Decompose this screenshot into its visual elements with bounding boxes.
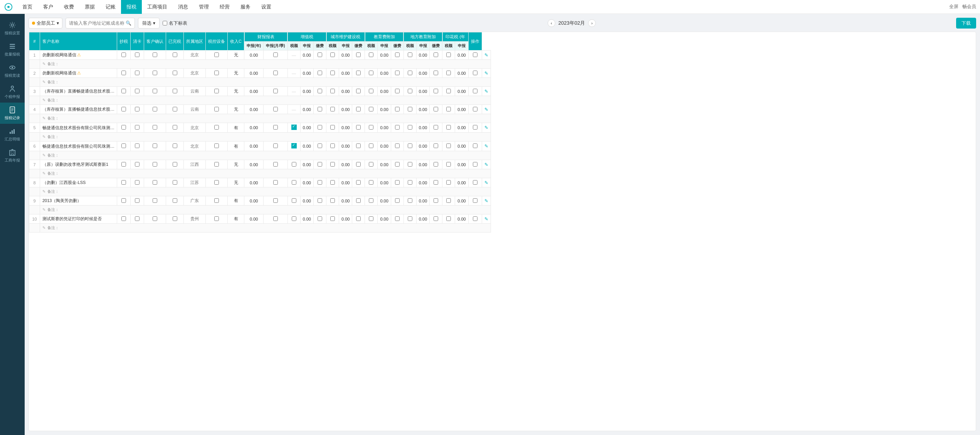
row-checkbox[interactable] <box>121 180 126 185</box>
row-checkbox[interactable] <box>330 143 335 148</box>
fullscreen-btn[interactable]: 全屏 <box>949 3 958 10</box>
row-checkbox[interactable] <box>318 52 322 57</box>
chaoshu-cell[interactable] <box>117 178 131 187</box>
row-checkbox[interactable] <box>395 52 400 57</box>
row-checkbox[interactable] <box>408 125 412 130</box>
paid-cell[interactable] <box>166 178 184 187</box>
confirm-cell[interactable] <box>144 123 166 133</box>
vat-pay-cell[interactable] <box>326 178 339 187</box>
row-checkbox[interactable] <box>153 107 157 111</box>
chaoshu-cell[interactable] <box>117 123 131 133</box>
row-checkbox[interactable] <box>446 198 451 203</box>
confirm-cell[interactable] <box>144 196 166 206</box>
row-checkbox[interactable] <box>318 143 322 148</box>
row-checkbox[interactable] <box>473 52 477 57</box>
row-checkbox[interactable] <box>330 52 335 57</box>
edu-report-cell[interactable] <box>391 69 403 78</box>
row-checkbox[interactable] <box>356 125 361 130</box>
row-checkbox[interactable] <box>473 125 477 130</box>
row-checkbox[interactable] <box>153 198 157 203</box>
nav-customer[interactable]: 客户 <box>38 0 59 14</box>
city-pay-cell[interactable] <box>365 105 378 114</box>
row-checkbox[interactable] <box>473 71 477 75</box>
row-checkbox[interactable] <box>273 162 278 167</box>
action-cell[interactable]: ✎ <box>482 51 491 60</box>
row-checkbox[interactable] <box>318 89 322 93</box>
month-report-cell[interactable] <box>287 178 300 187</box>
stamp-report-cell[interactable] <box>468 196 482 206</box>
edu-report-cell[interactable] <box>391 142 403 151</box>
row-checkbox[interactable] <box>273 198 278 203</box>
localedu-report-cell[interactable] <box>430 214 442 224</box>
row-checkbox[interactable] <box>446 52 451 57</box>
row-checkbox[interactable] <box>369 125 373 130</box>
row-checkbox[interactable] <box>214 107 219 111</box>
edu-pay-cell[interactable] <box>403 69 416 78</box>
localedu-report-cell[interactable] <box>430 160 442 169</box>
row-checkbox[interactable] <box>273 107 278 111</box>
edu-pay-cell[interactable] <box>403 214 416 224</box>
qingka-cell[interactable] <box>131 123 144 133</box>
qingka-cell[interactable] <box>131 196 144 206</box>
row-checkbox[interactable] <box>121 52 126 57</box>
action-cell[interactable]: ✎ <box>482 69 491 78</box>
row-checkbox[interactable] <box>369 143 373 148</box>
row-checkbox[interactable] <box>153 180 157 185</box>
stamp-report-cell[interactable] <box>468 142 482 151</box>
stamp-report-cell[interactable] <box>468 214 482 224</box>
paid-cell[interactable] <box>166 142 184 151</box>
row-checkbox[interactable] <box>318 216 322 221</box>
vat-pay-cell[interactable] <box>326 214 339 224</box>
row-checkbox[interactable] <box>273 180 278 185</box>
city-pay-cell[interactable] <box>365 142 378 151</box>
row-checkbox[interactable] <box>330 198 335 203</box>
edit-icon[interactable]: ✎ <box>484 180 488 185</box>
row-checkbox[interactable] <box>121 198 126 203</box>
year-report-cell[interactable] <box>264 142 287 151</box>
row-checkbox[interactable] <box>330 89 335 93</box>
row-checkbox[interactable] <box>292 162 296 167</box>
row-checkbox[interactable] <box>356 162 361 167</box>
row-checkbox[interactable] <box>135 125 140 130</box>
localedu-report-cell[interactable] <box>430 51 442 60</box>
row-checkbox[interactable] <box>273 216 278 221</box>
row-checkbox[interactable] <box>273 89 278 93</box>
search-box[interactable]: 🔍 <box>66 18 135 29</box>
row-checkbox[interactable] <box>153 143 157 148</box>
row-checkbox[interactable] <box>173 216 177 221</box>
year-report-cell[interactable] <box>264 69 287 78</box>
row-checkbox[interactable] <box>408 143 412 148</box>
edu-pay-cell[interactable] <box>403 160 416 169</box>
confirm-cell[interactable] <box>144 178 166 187</box>
row-checkbox[interactable] <box>273 71 278 75</box>
device-cell[interactable] <box>206 142 228 151</box>
city-report-cell[interactable] <box>352 214 365 224</box>
localedu-pay-cell[interactable] <box>442 178 455 187</box>
localedu-report-cell[interactable] <box>430 196 442 206</box>
vat-pay-cell[interactable] <box>326 123 339 133</box>
row-checkbox[interactable] <box>434 107 438 111</box>
paid-cell[interactable] <box>166 51 184 60</box>
row-checkbox[interactable] <box>330 125 335 130</box>
row-checkbox[interactable] <box>173 162 177 167</box>
city-report-cell[interactable] <box>352 196 365 206</box>
edu-pay-cell[interactable] <box>403 178 416 187</box>
confirm-cell[interactable] <box>144 105 166 114</box>
qingka-cell[interactable] <box>131 160 144 169</box>
row-checkbox[interactable] <box>121 216 126 221</box>
search-input[interactable] <box>69 20 124 26</box>
row-checkbox[interactable] <box>434 198 438 203</box>
row-checkbox[interactable] <box>356 216 361 221</box>
row-checkbox[interactable] <box>434 89 438 93</box>
row-checkbox[interactable] <box>446 143 451 148</box>
edu-report-cell[interactable] <box>391 214 403 224</box>
nav-business[interactable]: 工商项目 <box>142 0 173 14</box>
row-checkbox[interactable] <box>395 125 400 130</box>
edu-report-cell[interactable] <box>391 178 403 187</box>
row-checkbox[interactable] <box>369 198 373 203</box>
year-report-cell[interactable] <box>264 196 287 206</box>
paid-cell[interactable] <box>166 69 184 78</box>
stamp-report-cell[interactable] <box>468 160 482 169</box>
row-checkbox[interactable] <box>473 216 477 221</box>
nav-operate[interactable]: 经营 <box>214 0 235 14</box>
